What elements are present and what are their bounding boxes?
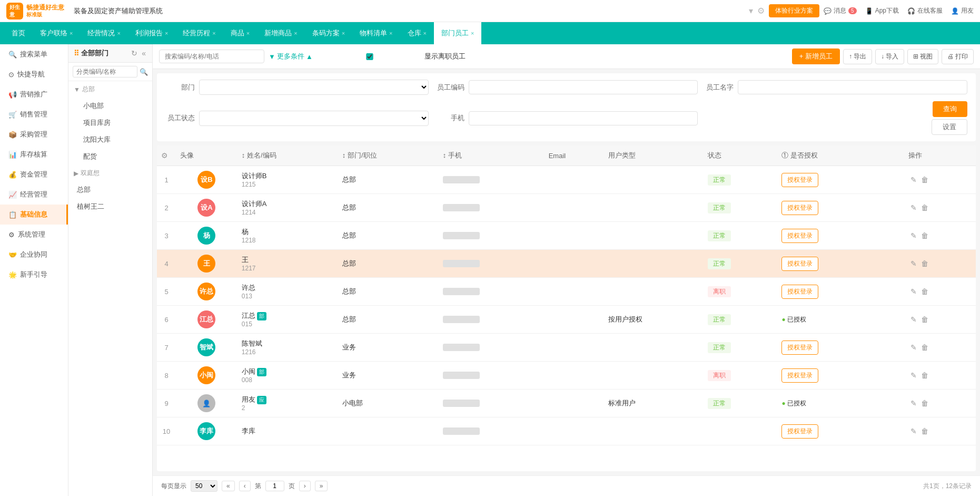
view-btn[interactable]: ⊞ 视图 (907, 49, 938, 64)
auth-login-btn[interactable]: 授权登录 (781, 257, 818, 271)
auth-login-btn[interactable]: 授权登录 (781, 201, 818, 215)
row-auth[interactable]: 授权登录 (777, 166, 883, 194)
emp-status-select[interactable] (199, 111, 429, 126)
row-auth[interactable]: 授权登录 (777, 334, 883, 362)
auth-login-btn[interactable]: 授权登录 (781, 341, 818, 355)
sidebar-item-basic[interactable]: 📋 基础信息 (0, 205, 68, 225)
delete-btn[interactable]: 🗑 (919, 314, 930, 325)
tree-item-xiaodian[interactable]: 小电部 (68, 98, 152, 114)
row-auth[interactable]: 授权登录 (777, 362, 883, 390)
delete-btn[interactable]: 🗑 (919, 230, 930, 241)
row-auth[interactable]: 授权登录 (777, 250, 883, 278)
settings-icon[interactable]: ⚙ (757, 6, 765, 16)
edit-btn[interactable]: ✎ (908, 174, 919, 185)
tree-group-head[interactable]: ▼ 总部 (68, 81, 152, 98)
column-settings-icon[interactable]: ⚙ (161, 151, 168, 160)
edit-btn[interactable]: ✎ (908, 370, 919, 381)
row-auth[interactable]: 授权登录 (777, 194, 883, 222)
tab-close-icon[interactable]: × (389, 30, 392, 36)
dept-select[interactable] (199, 80, 429, 95)
delete-btn[interactable]: 🗑 (919, 342, 930, 353)
sidebar-item-search[interactable]: 🔍 搜索菜单 (0, 44, 68, 64)
page-input[interactable] (265, 481, 284, 491)
service-btn[interactable]: 🎧 在线客服 (907, 6, 943, 15)
tree-search-input[interactable] (73, 66, 137, 77)
tab-close-icon[interactable]: × (70, 30, 73, 36)
tab-bom[interactable]: 物料清单× (352, 22, 400, 44)
tab-barcode[interactable]: 条码方案× (305, 22, 352, 44)
tree-item-zhishu[interactable]: 植树王二 (68, 198, 152, 215)
edit-btn[interactable]: ✎ (908, 426, 919, 436)
sidebar-item-purchase[interactable]: 📦 采购管理 (0, 124, 68, 144)
delete-btn[interactable]: 🗑 (919, 174, 930, 185)
delete-btn[interactable]: 🗑 (919, 286, 930, 297)
sidebar-item-inventory[interactable]: 📊 库存核算 (0, 144, 68, 164)
tree-group-shuangting[interactable]: ▶ 双庭想 (68, 165, 152, 181)
dropdown-arrow-icon[interactable]: ▾ (749, 6, 753, 16)
tree-item-shenyang[interactable]: 沈阳大库 (68, 131, 152, 148)
tree-item-zongbu[interactable]: 总部 (68, 181, 152, 198)
reset-btn[interactable]: 设置 (932, 119, 967, 135)
edit-btn[interactable]: ✎ (908, 258, 919, 269)
sidebar-item-sales[interactable]: 🛒 销售管理 (0, 104, 68, 124)
edit-btn[interactable]: ✎ (908, 398, 919, 409)
print-btn[interactable]: 🖨 打印 (942, 49, 974, 64)
user-btn[interactable]: 👤 用友 (951, 6, 974, 15)
auth-login-btn[interactable]: 授权登录 (781, 285, 818, 299)
edit-btn[interactable]: ✎ (908, 286, 919, 297)
edit-btn[interactable]: ✎ (908, 230, 919, 241)
delete-btn[interactable]: 🗑 (919, 426, 930, 436)
tab-home[interactable]: 首页 (4, 22, 33, 44)
auth-login-btn[interactable]: 授权登录 (781, 173, 818, 187)
sidebar-item-nav[interactable]: ⊙ 快捷导航 (0, 64, 68, 84)
auth-login-btn[interactable]: 授权登录 (781, 368, 818, 383)
sidebar-item-management[interactable]: 📈 经营管理 (0, 184, 68, 205)
show-resigned-checkbox[interactable] (317, 53, 422, 60)
tab-close-icon[interactable]: × (294, 30, 297, 36)
row-auth[interactable]: 授权登录 (777, 278, 883, 306)
emp-name-input[interactable] (738, 80, 967, 94)
collapse-tree-btn[interactable]: « (141, 49, 147, 57)
delete-btn[interactable]: 🗑 (919, 398, 930, 409)
tab-goods[interactable]: 商品× (223, 22, 257, 44)
emp-code-input[interactable] (469, 80, 698, 94)
edit-btn[interactable]: ✎ (908, 314, 919, 325)
tab-close-icon[interactable]: × (165, 30, 168, 36)
tab-customer[interactable]: 客户联络× (33, 22, 80, 44)
prev-page-btn[interactable]: ‹ (239, 481, 251, 491)
tab-close-icon[interactable]: × (471, 30, 474, 36)
per-page-select[interactable]: 50 20 100 (191, 480, 217, 492)
try-btn[interactable]: 体验行业方案 (769, 4, 819, 17)
sidebar-item-guide[interactable]: 🌟 新手引导 (0, 265, 68, 285)
auth-login-btn[interactable]: 授权登录 (781, 229, 818, 243)
refresh-tree-btn[interactable]: ↻ (130, 49, 138, 57)
tab-history[interactable]: 经营历程× (175, 22, 223, 44)
last-page-btn[interactable]: » (315, 481, 328, 491)
tree-item-project[interactable]: 项目库房 (68, 114, 152, 131)
delete-btn[interactable]: 🗑 (919, 258, 930, 269)
delete-btn[interactable]: 🗑 (919, 202, 930, 213)
delete-btn[interactable]: 🗑 (919, 370, 930, 381)
search-btn[interactable]: 查询 (933, 101, 967, 117)
tab-close-icon[interactable]: × (246, 30, 250, 36)
sidebar-item-finance[interactable]: 💰 资金管理 (0, 164, 68, 184)
tab-add-goods[interactable]: 新增商品× (257, 22, 304, 44)
msg-btn[interactable]: 💬 消息 5 (824, 6, 857, 15)
next-page-btn[interactable]: › (299, 481, 311, 491)
edit-btn[interactable]: ✎ (908, 342, 919, 353)
tab-profit[interactable]: 利润报告× (128, 22, 175, 44)
search-input[interactable] (159, 50, 264, 63)
more-conditions-btn[interactable]: ▼ 更多条件 ▲ (269, 52, 313, 61)
sidebar-item-system[interactable]: ⚙ 系统管理 (0, 225, 68, 245)
first-page-btn[interactable]: « (222, 481, 235, 491)
add-employee-btn[interactable]: + 新增员工 (792, 48, 840, 64)
tree-search-icon[interactable]: 🔍 (140, 68, 148, 76)
tab-operations[interactable]: 经营情况× (80, 22, 127, 44)
sidebar-item-marketing[interactable]: 📢 营销推广 (0, 84, 68, 104)
row-auth[interactable]: 授权登录 (777, 417, 883, 445)
edit-btn[interactable]: ✎ (908, 202, 919, 213)
import-btn[interactable]: ↓ 导入 (875, 49, 904, 64)
sidebar-item-collab[interactable]: 🤝 企业协同 (0, 245, 68, 265)
app-download-btn[interactable]: 📱 App下载 (865, 6, 899, 15)
row-auth[interactable]: 授权登录 (777, 222, 883, 250)
